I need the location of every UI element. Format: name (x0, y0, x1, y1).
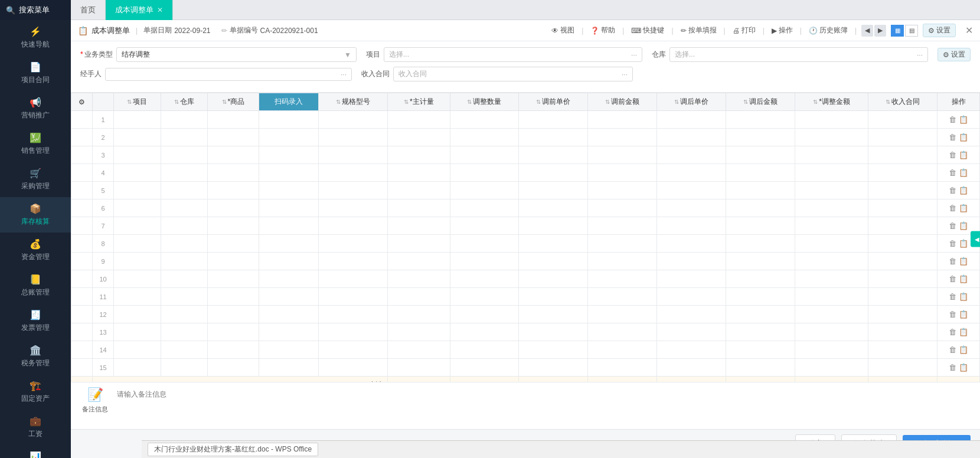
data-cell[interactable] (319, 111, 388, 129)
data-cell[interactable] (450, 111, 519, 129)
data-cell[interactable] (657, 359, 726, 377)
data-cell[interactable] (657, 323, 726, 341)
data-cell[interactable] (259, 129, 318, 146)
data-cell[interactable] (259, 217, 318, 235)
data-cell[interactable] (450, 235, 519, 253)
sidebar-item-payroll[interactable]: 💼 工资 (0, 410, 71, 445)
data-cell[interactable] (259, 199, 318, 217)
delete-icon[interactable]: 🗑 (949, 363, 956, 372)
sidebar-item-sales-mgmt[interactable]: 💹 销售管理 (0, 126, 71, 162)
data-cell[interactable] (795, 306, 868, 323)
data-cell[interactable] (588, 359, 657, 377)
sidebar-item-fund-mgmt[interactable]: 💰 资金管理 (0, 233, 71, 268)
data-cell[interactable] (388, 146, 450, 164)
data-cell[interactable] (208, 288, 259, 306)
data-cell[interactable] (657, 164, 726, 182)
data-cell[interactable] (114, 288, 161, 306)
sidebar-item-fixed-assets[interactable]: 🏗️ 固定资产 (0, 374, 71, 410)
data-cell[interactable] (519, 164, 588, 182)
data-cell[interactable] (868, 199, 937, 217)
field-settings-btn[interactable]: ⚙ 设置 (937, 48, 971, 61)
data-cell[interactable] (450, 270, 519, 288)
data-cell[interactable] (388, 270, 450, 288)
history-btn[interactable]: 🕐 历史账簿 (806, 24, 850, 37)
delete-icon[interactable]: 🗑 (949, 151, 956, 159)
help-btn[interactable]: ❓ 帮助 (588, 24, 618, 37)
data-cell[interactable] (868, 306, 937, 323)
settings-btn[interactable]: ⚙ 设置 (923, 24, 956, 37)
data-cell[interactable] (868, 288, 937, 306)
sidebar-item-project-contract[interactable]: 📄 项目合同 (0, 55, 71, 91)
data-cell[interactable] (588, 306, 657, 323)
data-cell[interactable] (208, 217, 259, 235)
data-cell[interactable] (208, 341, 259, 359)
data-cell[interactable] (388, 111, 450, 129)
data-cell[interactable] (161, 253, 208, 270)
data-cell[interactable] (726, 253, 795, 270)
data-cell[interactable] (868, 129, 937, 146)
data-cell[interactable] (319, 341, 388, 359)
data-cell[interactable] (726, 146, 795, 164)
data-cell[interactable] (519, 341, 588, 359)
data-cell[interactable] (161, 341, 208, 359)
data-cell[interactable] (388, 235, 450, 253)
side-collapse-tab[interactable]: ◀ (971, 231, 980, 247)
data-cell[interactable] (795, 235, 868, 253)
copy-icon[interactable]: 📋 (959, 363, 968, 372)
data-cell[interactable] (114, 164, 161, 182)
data-cell[interactable] (588, 217, 657, 235)
sidebar-item-ledger-mgmt[interactable]: 📒 总账管理 (0, 268, 71, 303)
sidebar-item-quick-nav[interactable]: ⚡ 快速导航 (0, 20, 71, 55)
data-cell[interactable] (726, 164, 795, 182)
delete-icon[interactable]: 🗑 (949, 186, 956, 195)
data-cell[interactable] (657, 270, 726, 288)
data-cell[interactable] (319, 217, 388, 235)
handler-input[interactable]: ··· (105, 68, 352, 81)
prev-btn[interactable]: ◀ (861, 25, 873, 37)
data-cell[interactable] (657, 288, 726, 306)
data-cell[interactable] (259, 164, 318, 182)
data-cell[interactable] (208, 146, 259, 164)
data-cell[interactable] (388, 253, 450, 270)
print-btn[interactable]: 🖨 打印 (730, 24, 758, 37)
data-cell[interactable] (388, 217, 450, 235)
data-cell[interactable] (450, 182, 519, 199)
data-cell[interactable] (726, 111, 795, 129)
data-cell[interactable] (259, 359, 318, 377)
data-cell[interactable] (208, 253, 259, 270)
data-cell[interactable] (114, 359, 161, 377)
data-cell[interactable] (868, 146, 937, 164)
data-cell[interactable] (388, 129, 450, 146)
data-cell[interactable] (519, 146, 588, 164)
data-cell[interactable] (657, 182, 726, 199)
data-cell[interactable] (657, 146, 726, 164)
data-cell[interactable] (588, 129, 657, 146)
data-cell[interactable] (388, 306, 450, 323)
next-btn[interactable]: ▶ (874, 25, 886, 37)
data-cell[interactable] (450, 199, 519, 217)
delete-icon[interactable]: 🗑 (949, 257, 956, 266)
layout-btn-1[interactable]: ▦ (891, 25, 904, 37)
data-cell[interactable] (208, 182, 259, 199)
data-cell[interactable] (319, 146, 388, 164)
data-cell[interactable] (588, 323, 657, 341)
data-cell[interactable] (588, 270, 657, 288)
data-cell[interactable] (657, 129, 726, 146)
data-cell[interactable] (795, 323, 868, 341)
data-cell[interactable] (114, 217, 161, 235)
data-cell[interactable] (588, 182, 657, 199)
data-cell[interactable] (259, 182, 318, 199)
business-type-input[interactable]: 结存调整 ▼ (116, 47, 357, 62)
data-cell[interactable] (519, 182, 588, 199)
data-cell[interactable] (161, 359, 208, 377)
data-cell[interactable] (450, 253, 519, 270)
data-cell[interactable] (259, 111, 318, 129)
data-cell[interactable] (161, 306, 208, 323)
data-cell[interactable] (450, 146, 519, 164)
data-cell[interactable] (450, 164, 519, 182)
data-cell[interactable] (795, 129, 868, 146)
delete-icon[interactable]: 🗑 (949, 204, 956, 212)
data-cell[interactable] (795, 288, 868, 306)
data-cell[interactable] (795, 164, 868, 182)
data-cell[interactable] (726, 182, 795, 199)
